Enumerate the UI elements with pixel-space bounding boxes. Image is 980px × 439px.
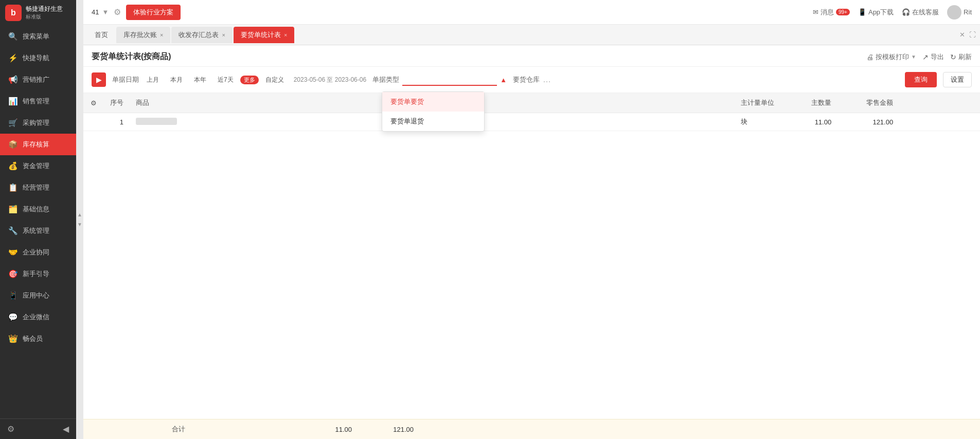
sales-icon: 📊 [7,96,19,107]
appstore-icon: 📱 [7,290,19,301]
scroll-up-arrow[interactable]: ▲ [77,210,82,220]
date-btn-this-year[interactable]: 本年 [189,74,211,86]
query-btn[interactable]: 查询 [905,72,937,87]
print-btn[interactable]: 🖨 按模板打印 ▼ [866,52,916,62]
warehouse-filter-label: 要货仓库 [513,75,540,84]
tab-order-summary[interactable]: 要货单统计表 × [234,27,294,43]
sidebar-item-appstore-label: 应用中心 [23,291,49,300]
collapse-sidebar-icon[interactable]: ◀ [63,424,69,434]
main-area: 41 ▼ ⚙ 体验行业方案 ✉ 消息 99+ 📱 App下载 🎧 在线客服 R [83,0,980,439]
table-row: 1 块 11.00 121.00 [83,113,980,131]
refresh-btn[interactable]: ↻ 刷新 [950,52,972,62]
sidebar-item-basic-label: 基础信息 [23,205,49,214]
tab-order-summary-close[interactable]: × [284,32,287,38]
sidebar-item-quick-nav[interactable]: ⚡ 快捷导航 [0,47,76,69]
tab-inventory-batch-close[interactable]: × [160,32,163,38]
type-filter-group: 单据类型 ▲ [372,74,507,86]
print-label: 按模板打印 [876,52,909,62]
goods-placeholder [136,118,177,125]
company-selector[interactable]: 41 ▼ [92,8,109,16]
sidebar-item-system[interactable]: 🔧 系统管理 [0,220,76,242]
messages-btn[interactable]: ✉ 消息 99+ [813,8,850,17]
warehouse-more-icon[interactable]: … [543,75,551,84]
sidebar-item-enterprise-label: 企业协同 [23,248,49,257]
footer-amount: 121.00 [352,426,414,433]
date-btn-7days[interactable]: 近7天 [213,74,238,86]
content-actions: 🖨 按模板打印 ▼ ↗ 导出 ↻ 刷新 [866,52,972,62]
tab-close-all-icon[interactable]: ✕ [959,31,965,39]
settings-btn[interactable]: 设置 [943,72,972,87]
row-extra [899,113,980,131]
content-header: 要货单统计表(按商品) 🖨 按模板打印 ▼ ↗ 导出 ↻ 刷新 [83,45,980,67]
sidebar-item-finance[interactable]: 💰 资金管理 [0,155,76,177]
member-icon: 👑 [7,333,19,344]
sidebar-item-basic[interactable]: 🗂️ 基础信息 [0,198,76,220]
messages-badge: 99+ [836,9,850,15]
data-table: ⚙ 序号 商品 主计量单位 主数量 零售金额 1 [83,93,980,131]
type-filter-input[interactable] [402,74,497,86]
user-name: Rit [964,8,972,16]
industry-btn[interactable]: 体验行业方案 [126,5,181,20]
col-header-qty: 主数量 [786,93,838,113]
sidebar-item-purchase-label: 采购管理 [23,118,49,127]
tab-expand-icon[interactable]: ⛶ [969,31,976,39]
filter-toggle-btn[interactable]: ▶ [92,72,106,87]
sidebar-item-member[interactable]: 👑 畅会员 [0,328,76,350]
col-header-extra [899,93,980,113]
online-service-icon: 🎧 [902,8,910,16]
refresh-icon: ↻ [950,53,956,61]
type-filter-chevron-icon[interactable]: ▲ [500,76,507,84]
sidebar-scroll-indicator: ▲ ▼ [76,0,83,439]
sidebar-item-sales[interactable]: 📊 销售管理 [0,90,76,112]
inventory-icon: 📦 [7,139,19,150]
tab-home-label: 首页 [95,30,108,40]
sidebar-item-search[interactable]: 🔍 搜索菜单 [0,26,76,47]
topbar-left: 41 ▼ ⚙ 体验行业方案 [92,5,181,20]
topbar-right: ✉ 消息 99+ 📱 App下载 🎧 在线客服 Rit [813,5,972,20]
sidebar-item-member-label: 畅会员 [23,334,43,343]
col-header-unit: 主计量单位 [735,93,786,113]
sidebar-item-enterprise[interactable]: 🤝 企业协同 [0,242,76,263]
sidebar-item-inventory[interactable]: 📦 库存核算 [0,134,76,155]
row-amount: 121.00 [838,113,899,131]
table-footer: 合计 11.00 121.00 [83,419,980,439]
type-filter-label: 单据类型 [372,75,399,84]
tab-collect-summary-close[interactable]: × [222,32,225,38]
col-header-settings[interactable]: ⚙ [83,93,104,113]
tab-home[interactable]: 首页 [87,27,115,43]
tab-inventory-batch[interactable]: 库存批次账 × [116,27,170,43]
sidebar-item-appstore[interactable]: 📱 应用中心 [0,285,76,306]
topbar: 41 ▼ ⚙ 体验行业方案 ✉ 消息 99+ 📱 App下载 🎧 在线客服 R [83,0,980,25]
sidebar-scroll: 🔍 搜索菜单 ⚡ 快捷导航 📢 营销推广 📊 销售管理 🛒 采购管理 📦 库存核… [0,26,76,418]
topbar-settings-icon[interactable]: ⚙ [114,7,121,17]
messages-icon: ✉ [813,8,818,16]
date-btn-this-month[interactable]: 本月 [166,74,187,86]
row-unit: 块 [735,113,786,131]
date-btn-more[interactable]: 更多 [240,76,259,84]
export-btn[interactable]: ↗ 导出 [922,52,944,62]
app-logo-text: 畅捷通好生意 标准版 [26,5,63,21]
print-chevron-icon: ▼ [911,54,916,60]
print-icon: 🖨 [866,53,874,61]
app-download-btn[interactable]: 📱 App下载 [858,8,894,17]
online-service-btn[interactable]: 🎧 在线客服 [902,8,939,17]
export-label: 导出 [931,52,944,62]
sidebar-item-operations[interactable]: 📋 经营管理 [0,177,76,198]
sidebar-item-marketing-label: 营销推广 [23,75,49,84]
user-avatar-btn[interactable]: Rit [947,5,972,20]
sidebar-item-guide[interactable]: 🎯 新手引导 [0,263,76,285]
sidebar-item-wechat[interactable]: 💬 企业微信 [0,306,76,328]
scroll-down-arrow[interactable]: ▼ [77,220,82,229]
content-area: 要货单统计表(按商品) 🖨 按模板打印 ▼ ↗ 导出 ↻ 刷新 ▶ [83,45,980,439]
tab-collect-summary[interactable]: 收发存汇总表 × [171,27,232,43]
settings-bottom-icon[interactable]: ⚙ [7,424,14,434]
sidebar-item-marketing[interactable]: 📢 营销推广 [0,69,76,90]
dropdown-item-request[interactable]: 要货单要货 [382,92,484,112]
date-btn-last-month[interactable]: 上月 [142,74,164,86]
date-btn-custom[interactable]: 自定义 [261,74,289,86]
sidebar-item-purchase[interactable]: 🛒 采购管理 [0,112,76,134]
sidebar-item-system-label: 系统管理 [23,226,49,235]
dropdown-item-return[interactable]: 要货单退货 [382,112,484,131]
type-dropdown: 要货单要货 要货单退货 [382,92,485,132]
sidebar-item-operations-label: 经营管理 [23,183,49,192]
